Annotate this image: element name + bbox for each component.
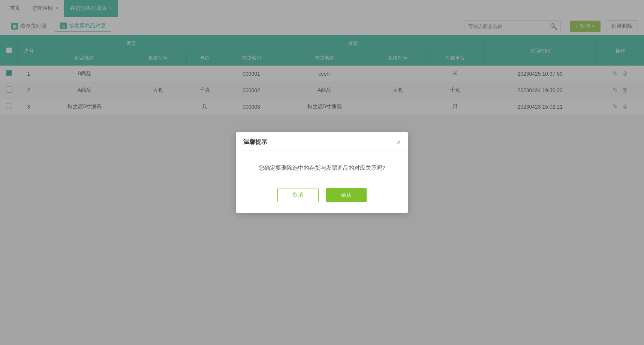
dialog-overlay: 温馨提示 × 您确定要删除选中的存货与发票商品的对应关系吗? 取消 确认 <box>0 0 644 345</box>
dialog-message: 您确定要删除选中的存货与发票商品的对应关系吗? <box>259 164 385 171</box>
dialog-close-button[interactable]: × <box>397 139 401 146</box>
cancel-button[interactable]: 取消 <box>277 188 319 202</box>
dialog-title: 温馨提示 <box>243 138 267 146</box>
confirm-dialog: 温馨提示 × 您确定要删除选中的存货与发票商品的对应关系吗? 取消 确认 <box>236 132 408 213</box>
dialog-body: 您确定要删除选中的存货与发票商品的对应关系吗? <box>236 151 408 182</box>
dialog-footer: 取消 确认 <box>236 182 408 213</box>
dialog-header: 温馨提示 × <box>236 132 408 151</box>
confirm-button[interactable]: 确认 <box>326 188 367 202</box>
